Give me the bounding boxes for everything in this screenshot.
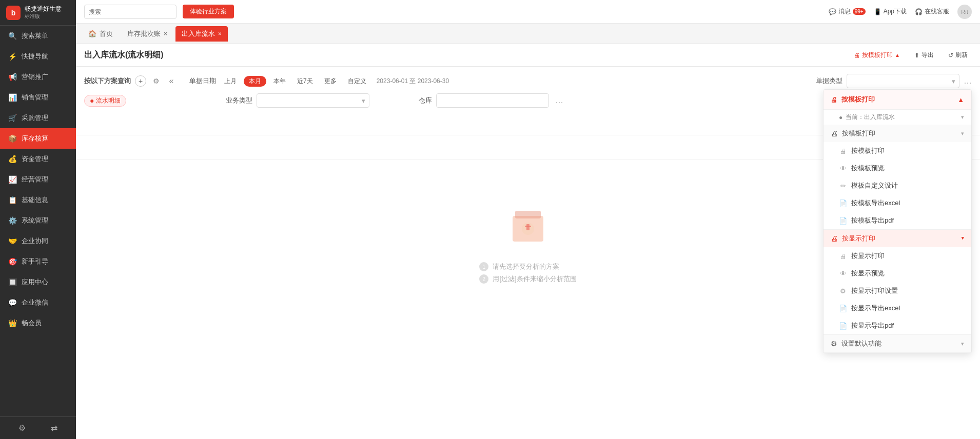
sidebar-item-finance[interactable]: 💰 资金管理 <box>0 149 76 169</box>
sidebar-item-operation[interactable]: 📈 经营管理 <box>0 169 76 190</box>
printer-icon: 🖨 <box>854 52 860 59</box>
app-download-button[interactable]: 📱 App下载 <box>874 7 907 16</box>
refresh-label: 刷新 <box>955 51 968 59</box>
app-logo-icon: b <box>6 6 21 20</box>
sidebar-item-basic[interactable]: 📋 基础信息 <box>0 190 76 210</box>
disp-print-icon: 🖨 <box>839 252 847 260</box>
date-opt-this-year[interactable]: 本年 <box>269 76 290 87</box>
display-section-icon: 🖨 <box>831 234 838 243</box>
disp-excel-icon: 📄 <box>839 304 847 312</box>
display-print-item[interactable]: 🖨 按显示打印 <box>824 247 971 265</box>
system-icon: ⚙️ <box>7 215 17 226</box>
message-button[interactable]: 💬 消息 99+ <box>829 7 866 16</box>
sidebar-item-sales[interactable]: 📊 销售管理 <box>0 87 76 108</box>
tab-home[interactable]: 🏠 首页 <box>82 26 119 42</box>
sidebar-item-wechat[interactable]: 💬 企业微信 <box>0 292 76 313</box>
date-opt-this-month[interactable]: 本月 <box>244 76 266 87</box>
sidebar-item-system[interactable]: ⚙️ 系统管理 <box>0 210 76 231</box>
refresh-button[interactable]: ↺ 刷新 <box>944 49 972 62</box>
template-chevron-icon: ▾ <box>961 130 964 137</box>
phone-icon: 📱 <box>874 8 881 15</box>
template-preview-item[interactable]: 👁 按模板预览 <box>824 159 971 177</box>
tab-flow[interactable]: 出入库流水 × <box>175 26 228 42</box>
filter-collapse-button[interactable]: « <box>166 75 177 87</box>
appstore-icon: 🔲 <box>7 277 17 287</box>
tpl-print-label: 按模板打印 <box>851 146 885 155</box>
sidebar-label-basic: 基础信息 <box>22 195 48 205</box>
business-select-wrap <box>257 93 369 108</box>
template-pdf-item[interactable]: 📄 按模板导出pdf <box>824 212 971 229</box>
empty-hints-list: 1 请先选择要分析的方案 2 用[过滤]条件来缩小分析范围 <box>479 262 576 287</box>
display-preview-item[interactable]: 👁 按显示预览 <box>824 265 971 282</box>
industry-button[interactable]: 体验行业方案 <box>183 5 234 18</box>
display-excel-item[interactable]: 📄 按显示导出excel <box>824 300 971 317</box>
tabs-bar: 🏠 首页 库存批次账 × 出入库流水 × <box>76 24 980 44</box>
empty-hint-1-text: 请先选择要分析的方案 <box>493 262 559 271</box>
sidebar-item-newbie[interactable]: 🎯 新手引导 <box>0 251 76 272</box>
topbar: 体验行业方案 💬 消息 99+ 📱 App下载 🎧 在线客服 Rit <box>76 0 980 24</box>
dropdown-section-display: 🖨 按显示打印 ▴ 🖨 按显示打印 👁 按显示预览 ⚙ 按显示打印设置 <box>824 230 971 335</box>
type-select[interactable] <box>847 74 959 88</box>
template-print-item[interactable]: 🖨 按模板打印 <box>824 142 971 159</box>
sidebar-item-coop[interactable]: 🤝 企业协同 <box>0 231 76 251</box>
dropdown-section-default-title[interactable]: ⚙ 设置默认功能 ▾ <box>824 335 971 352</box>
disp-preview-icon: 👁 <box>839 269 847 277</box>
headset-icon: 🎧 <box>915 8 923 15</box>
tpl-preview-icon: 👁 <box>839 164 847 172</box>
tab-batch-close[interactable]: × <box>164 30 167 37</box>
type-more-icon[interactable]: … <box>964 76 972 86</box>
tab-batch[interactable]: 库存批次账 × <box>121 26 173 42</box>
avatar[interactable]: Rit <box>957 5 972 19</box>
filter-settings-button[interactable]: ⚙ <box>150 75 162 87</box>
basic-icon: 📋 <box>7 195 17 205</box>
chip-dot-icon: ● <box>90 96 94 105</box>
filter-chip-item[interactable]: ● 流水明细 <box>84 95 126 107</box>
export-label: 导出 <box>922 51 934 59</box>
warehouse-input[interactable] <box>436 93 549 108</box>
date-opt-custom[interactable]: 自定义 <box>344 76 370 87</box>
print-button[interactable]: 🖨 按模板打印 ▲ <box>850 49 904 62</box>
sidebar-collapse-icon[interactable]: ⇄ <box>51 423 57 433</box>
template-excel-item[interactable]: 📄 按模板导出excel <box>824 194 971 212</box>
export-button[interactable]: ⬆ 导出 <box>910 49 938 62</box>
disp-preview-label: 按显示预览 <box>851 269 885 278</box>
dropdown-section-template-title[interactable]: 🖨 按模板打印 ▾ <box>824 125 971 142</box>
dropdown-current-label: ● 按模板打印 当前：出入库流水 ▾ <box>824 110 971 125</box>
search-input[interactable] <box>84 5 177 19</box>
sidebar-settings-icon[interactable]: ⚙ <box>18 423 26 433</box>
sidebar-label-purchase: 采购管理 <box>22 113 48 123</box>
sidebar-item-search[interactable]: 🔍 搜索菜单 <box>0 26 76 46</box>
date-opt-last-7[interactable]: 近7天 <box>293 76 317 87</box>
sidebar-item-vip[interactable]: 👑 畅会员 <box>0 313 76 333</box>
app-name: 畅捷通好生意 <box>25 5 62 13</box>
sidebar-label-sales: 销售管理 <box>22 93 48 102</box>
display-pdf-item[interactable]: 📄 按显示导出pdf <box>824 317 971 334</box>
type-select-wrap <box>847 74 959 88</box>
refresh-icon: ↺ <box>948 52 953 59</box>
coop-icon: 🤝 <box>7 236 17 246</box>
display-settings-item[interactable]: ⚙ 按显示打印设置 <box>824 282 971 300</box>
disp-pdf-label: 按显示导出pdf <box>851 321 894 330</box>
sidebar-item-appstore[interactable]: 🔲 应用中心 <box>0 272 76 292</box>
tab-flow-close[interactable]: × <box>218 30 222 37</box>
empty-illustration <box>502 201 554 252</box>
business-select[interactable] <box>257 93 369 108</box>
sidebar-item-inventory[interactable]: 📦 库存核算 <box>0 128 76 149</box>
filter-add-button[interactable]: + <box>135 75 146 87</box>
template-design-item[interactable]: ✏ 模板自定义设计 <box>824 177 971 194</box>
date-opt-more[interactable]: 更多 <box>320 76 341 87</box>
warehouse-more-icon[interactable]: … <box>555 96 563 105</box>
sidebar-label-newbie: 新手引导 <box>22 257 48 266</box>
quick-nav-icon: ⚡ <box>7 51 17 62</box>
search-icon: 🔍 <box>7 31 17 41</box>
tab-home-label: 首页 <box>100 29 113 38</box>
online-service-button[interactable]: 🎧 在线客服 <box>915 7 949 16</box>
empty-hint-1: 1 请先选择要分析的方案 <box>479 262 576 271</box>
sidebar-item-purchase[interactable]: 🛒 采购管理 <box>0 108 76 128</box>
sidebar-item-quick-nav[interactable]: ⚡ 快捷导航 <box>0 46 76 67</box>
default-section-icon: ⚙ <box>831 340 837 348</box>
dropdown-section-display-title[interactable]: 🖨 按显示打印 ▴ <box>824 230 971 247</box>
tpl-print-icon: 🖨 <box>839 147 847 155</box>
sidebar-item-marketing[interactable]: 📢 营销推广 <box>0 67 76 87</box>
date-opt-last-month[interactable]: 上月 <box>220 76 241 87</box>
